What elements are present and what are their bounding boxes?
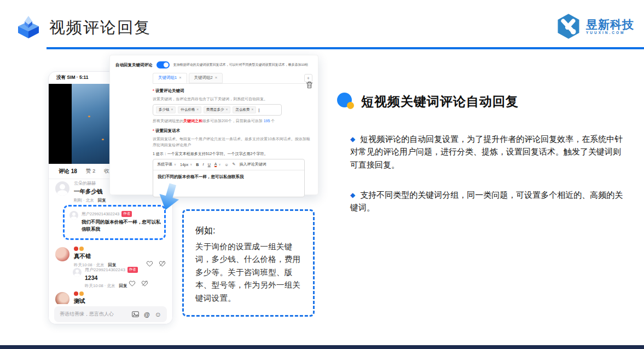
phone-status-bar: 没有 SIM · 5:11	[56, 75, 89, 81]
keyword-tag: 费用是多少×	[204, 106, 230, 113]
diamond-bullet-icon: ◆	[350, 135, 355, 143]
comment-row: 真不错 昨天10:08 · 北京回复	[55, 246, 167, 268]
image-icon[interactable]	[132, 311, 139, 317]
diamond-bullet-icon: ◆	[350, 191, 355, 199]
editor-toolbar: 系统字体∨ 14px∨ B I U A∨ ☺ ✎ 插入评论关键词	[153, 159, 304, 170]
author-badge: 作者	[121, 211, 132, 217]
auto-reply-settings-panel: 自动回复关键词评论 支持根据评论的关键词设置回复话术，可以针对不同类型关键词设置…	[109, 55, 318, 195]
comment-input[interactable]: 善语结善缘，恶言伤人心 @ ☺	[54, 306, 167, 322]
butterfly-speck	[88, 116, 90, 117]
header-divider	[47, 47, 644, 49]
brand-domain: YUUXIN.COM	[586, 31, 634, 35]
tab-keyword-group-1[interactable]: 关键词组1×	[153, 73, 187, 83]
remove-keyword-icon[interactable]: ×	[251, 107, 253, 111]
italic-icon[interactable]: I	[202, 162, 204, 167]
brand-logo: 昱新科技 YUUXIN.COM	[554, 12, 634, 41]
auto-reply-toggle[interactable]	[156, 61, 170, 68]
avatar	[73, 268, 82, 277]
keyword-input[interactable]: 多少钱× 什么价格× 费用是多少× 怎么收费× |	[153, 104, 282, 116]
commenter-name-emoji	[74, 246, 167, 251]
feature-bullet: ◆支持不同类型的关键词分组，同一类问题，可设置多个相近的、高频的关键词。	[350, 188, 624, 214]
dislike-icon[interactable]	[141, 280, 148, 287]
comment-meta: 昨天10:08 · 北京回复	[85, 283, 167, 289]
keyword-counter: 所有关键词组里的关键词之和最多可添加200个，目前剩余可添加 195 个	[153, 118, 312, 124]
example-note-box: 例如: 关于询价的设置成一组关键词，多少钱、什么价格，费用多少等。关于咨询班型、…	[182, 209, 315, 317]
keyword-section-desc: 设置关键词，当评论里内容包含了以下关键词，则系统可自动回复。	[153, 96, 312, 102]
tab-comments[interactable]: 评论 18	[59, 168, 77, 175]
editor-tip: 1 提示：一个富文本框最多支持512个字符。一个汉字占用2个字符。	[153, 151, 312, 157]
avatar	[55, 181, 69, 196]
tab-keyword-group-2[interactable]: 关键词组2×	[189, 73, 223, 83]
butterfly-speck	[102, 139, 104, 140]
avatar	[55, 247, 69, 261]
required-mark: *	[153, 128, 154, 133]
keyword-section-label: *设置评论关键词	[153, 88, 312, 94]
close-icon[interactable]: ×	[179, 75, 181, 80]
tab-likes[interactable]: 赞 2	[86, 168, 95, 175]
keyword-tag: 怎么收费×	[233, 106, 256, 113]
text-cursor: |	[258, 107, 259, 112]
remove-keyword-icon[interactable]: ×	[226, 107, 228, 111]
feature-bullet: ◆短视频评论的自动回复设置，为了提升作者的评论回复效率，在系统中针对常见的评论用…	[350, 133, 624, 171]
author-name: 用户2299214302243作者	[82, 211, 161, 217]
pen-icon[interactable]: ✎	[233, 162, 236, 167]
font-family-select[interactable]: 系统字体∨	[157, 162, 176, 167]
auto-reply-text: 我们不同的版本价格不一样，您可以私信联系我	[82, 219, 164, 233]
section-heading: 短视频关键词评论自动回复	[361, 93, 519, 110]
reply-section-desc: 设置回复话术。每回复一个用户评论只发送一条话术。最多支持设置10条不同话术。按添…	[153, 136, 312, 148]
emoji-smiley-icon[interactable]: ☺	[155, 311, 161, 318]
cube-logo-icon	[17, 15, 40, 39]
toggle-description: 支持根据评论的关键词设置回复话术，可以针对不同类型关键词设置回复话术，最多添加1…	[173, 62, 309, 67]
comment-actions	[146, 260, 166, 267]
example-body: 关于询价的设置成一组关键词，多少钱、什么价格，费用多少等。关于咨询班型、版本、型…	[195, 241, 304, 305]
author-badge: 作者	[127, 267, 138, 273]
dislike-icon[interactable]	[159, 260, 166, 267]
bold-icon[interactable]: B	[196, 163, 199, 167]
comment-actions	[129, 280, 148, 287]
reply-link[interactable]: 回复	[119, 283, 127, 288]
font-color-select[interactable]: A∨	[214, 162, 221, 167]
keyword-tag: 多少钱×	[156, 106, 176, 113]
required-mark: *	[153, 88, 154, 93]
underline-icon[interactable]: U	[208, 163, 211, 167]
page-title: 视频评论回复	[49, 17, 151, 39]
keyword-group-tabs: 关键词组1× 关键词组2× +	[153, 73, 312, 84]
brand-name: 昱新科技	[586, 18, 634, 31]
insert-keyword-button[interactable]: 插入评论关键词	[239, 162, 266, 167]
emoji-picker-icon[interactable]: ☺	[224, 163, 228, 167]
reply-link[interactable]: 回复	[98, 198, 106, 203]
highlighted-auto-reply: 用户2299214302243作者 我们不同的版本价格不一样，您可以私信联系我	[63, 205, 166, 240]
comment-row: 测试	[55, 291, 167, 305]
author-name: 用户2299214302243作者	[85, 267, 167, 273]
comment-text: 真不错	[74, 253, 167, 260]
remove-keyword-icon[interactable]: ×	[196, 107, 199, 111]
comment-text: 1234	[85, 274, 167, 281]
brand-hexagon-icon	[554, 12, 583, 41]
reply-section-label: *设置回复话术	[153, 128, 312, 134]
section-bullet-icon	[337, 93, 362, 111]
comment-input-bar: 善语结善缘，恶言伤人心 @ ☺	[49, 304, 172, 324]
remove-keyword-icon[interactable]: ×	[171, 107, 173, 111]
toggle-label: 自动回复关键词评论	[115, 62, 153, 68]
delete-trash-icon[interactable]	[306, 81, 313, 89]
page: 视频评论回复 昱新科技 YUUXIN.COM 没有 SIM · 5:11 有酸也…	[0, 0, 644, 349]
font-size-select[interactable]: 14px∨	[180, 163, 192, 167]
footer-bar	[0, 345, 644, 349]
like-heart-icon[interactable]	[129, 280, 136, 287]
close-icon[interactable]: ×	[215, 75, 217, 80]
input-placeholder: 善语结善缘，恶言伤人心	[60, 311, 132, 318]
example-title: 例如:	[195, 225, 304, 237]
avatar	[69, 211, 78, 220]
comment-reply-row: 用户2299214302243作者 1234 昨天10:08 · 北京回复	[73, 267, 167, 289]
mention-at-icon[interactable]: @	[144, 311, 150, 318]
like-heart-icon[interactable]	[146, 260, 153, 267]
keyword-tag: 什么价格×	[178, 106, 201, 113]
commenter-name-emoji	[74, 291, 167, 296]
